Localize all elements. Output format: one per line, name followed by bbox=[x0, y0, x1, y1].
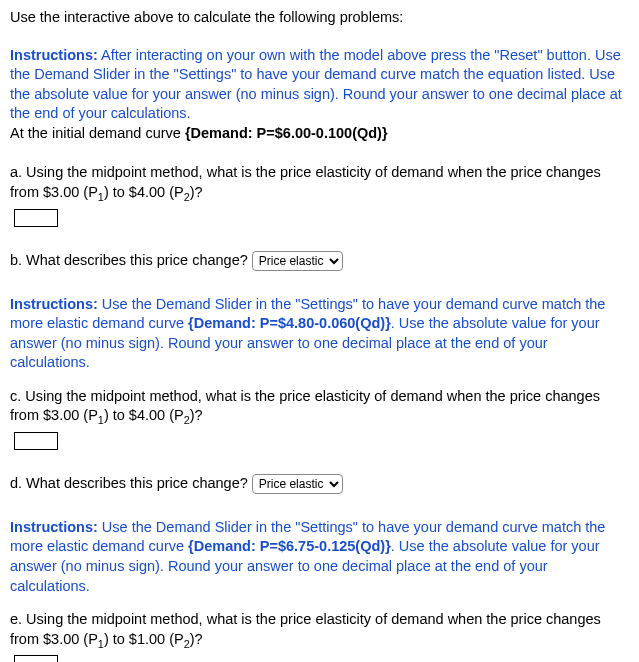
question-d: d. What describes this price change? Pri… bbox=[10, 474, 629, 494]
question-e-text: e. Using the midpoint method, what is th… bbox=[10, 610, 629, 651]
instructions-block-2: Instructions: Use the Demand Slider in t… bbox=[10, 295, 629, 373]
instructions-label: Instructions: bbox=[10, 296, 98, 312]
instructions-block-3: Instructions: Use the Demand Slider in t… bbox=[10, 518, 629, 596]
answer-input-c[interactable] bbox=[14, 432, 58, 450]
answer-input-e[interactable] bbox=[14, 655, 58, 662]
demand-curve-3: {Demand: P=$6.75-0.125(Qd)} bbox=[188, 538, 391, 554]
intro-text: Use the interactive above to calculate t… bbox=[10, 8, 629, 28]
question-a: a. Using the midpoint method, what is th… bbox=[10, 163, 629, 226]
demand-curve-2: {Demand: P=$4.80-0.060(Qd)} bbox=[188, 315, 391, 331]
question-b-text: b. What describes this price change? bbox=[10, 251, 248, 271]
curve-prefix: At the initial demand curve bbox=[10, 125, 185, 141]
question-e: e. Using the midpoint method, what is th… bbox=[10, 610, 629, 662]
question-d-text: d. What describes this price change? bbox=[10, 474, 248, 494]
instructions-label: Instructions: bbox=[10, 519, 98, 535]
dropdown-d[interactable]: Price elastic bbox=[252, 474, 343, 494]
dropdown-b[interactable]: Price elastic bbox=[252, 251, 343, 271]
question-c: c. Using the midpoint method, what is th… bbox=[10, 387, 629, 450]
question-c-text: c. Using the midpoint method, what is th… bbox=[10, 387, 629, 428]
answer-input-a[interactable] bbox=[14, 209, 58, 227]
instructions-block-1: Instructions: After interacting on your … bbox=[10, 46, 629, 144]
question-a-text: a. Using the midpoint method, what is th… bbox=[10, 163, 629, 204]
instructions-text: After interacting on your own with the m… bbox=[10, 47, 622, 122]
question-b: b. What describes this price change? Pri… bbox=[10, 251, 629, 271]
demand-curve-1: {Demand: P=$6.00-0.100(Qd)} bbox=[185, 125, 388, 141]
instructions-label: Instructions: bbox=[10, 47, 98, 63]
